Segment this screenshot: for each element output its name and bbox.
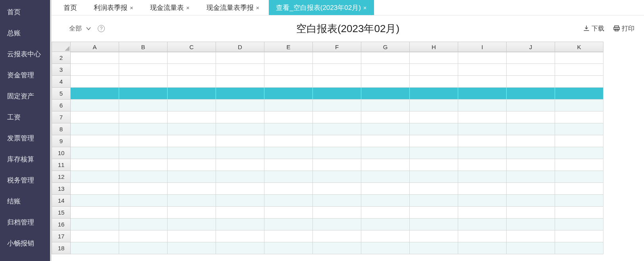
cell-E18[interactable] — [264, 242, 313, 254]
sidebar-item-7[interactable]: 库存核算 — [0, 149, 52, 170]
cell-D10[interactable] — [216, 147, 264, 159]
cell-E3[interactable] — [264, 64, 313, 76]
cell-F8[interactable] — [313, 123, 361, 135]
cell-I13[interactable] — [458, 183, 507, 195]
download-button[interactable]: 下载 — [583, 25, 604, 33]
cell-I3[interactable] — [458, 64, 507, 76]
cell-G17[interactable] — [361, 230, 410, 242]
row-header-17[interactable]: 17 — [52, 230, 71, 242]
cell-K8[interactable] — [555, 123, 604, 135]
cell-A17[interactable] — [71, 230, 119, 242]
cell-J18[interactable] — [507, 242, 555, 254]
cell-J6[interactable] — [507, 100, 555, 111]
cell-F11[interactable] — [313, 159, 361, 171]
cell-A4[interactable] — [71, 76, 119, 88]
cell-J3[interactable] — [507, 64, 555, 76]
cell-H11[interactable] — [410, 159, 458, 171]
close-icon[interactable]: × — [186, 4, 190, 11]
cell-D3[interactable] — [216, 64, 264, 76]
tab-4[interactable]: 查看_空白报表(2023年02月)× — [269, 0, 374, 15]
print-button[interactable]: 打印 — [613, 25, 634, 33]
sidebar-item-0[interactable]: 首页 — [0, 2, 52, 23]
cell-H3[interactable] — [410, 64, 458, 76]
cell-G14[interactable] — [361, 195, 410, 207]
cell-B2[interactable] — [119, 52, 168, 64]
cell-J17[interactable] — [507, 230, 555, 242]
sidebar-item-6[interactable]: 发票管理 — [0, 128, 52, 149]
cell-F13[interactable] — [313, 183, 361, 195]
cell-B4[interactable] — [119, 76, 168, 88]
spreadsheet[interactable]: ABCDEFGHIJK 23456789101112131415161718 — [52, 42, 644, 261]
cell-A6[interactable] — [71, 100, 119, 111]
cell-C16[interactable] — [168, 219, 216, 230]
close-icon[interactable]: × — [363, 4, 367, 11]
sidebar-item-8[interactable]: 税务管理 — [0, 170, 52, 191]
cell-B13[interactable] — [119, 183, 168, 195]
cell-J15[interactable] — [507, 207, 555, 219]
sidebar-item-9[interactable]: 结账 — [0, 191, 52, 212]
cell-F15[interactable] — [313, 207, 361, 219]
cell-C10[interactable] — [168, 147, 216, 159]
cell-C9[interactable] — [168, 135, 216, 147]
cell-H6[interactable] — [410, 100, 458, 111]
cell-K6[interactable] — [555, 100, 604, 111]
close-icon[interactable]: × — [256, 4, 260, 11]
cell-A15[interactable] — [71, 207, 119, 219]
cell-K7[interactable] — [555, 111, 604, 123]
cell-K10[interactable] — [555, 147, 604, 159]
cell-E14[interactable] — [264, 195, 313, 207]
column-header-E[interactable]: E — [264, 42, 313, 52]
cell-B17[interactable] — [119, 230, 168, 242]
cell-D15[interactable] — [216, 207, 264, 219]
cell-A14[interactable] — [71, 195, 119, 207]
cell-K3[interactable] — [555, 64, 604, 76]
cell-A7[interactable] — [71, 111, 119, 123]
cell-H9[interactable] — [410, 135, 458, 147]
cell-H10[interactable] — [410, 147, 458, 159]
row-header-8[interactable]: 8 — [52, 123, 71, 135]
cell-J5[interactable] — [507, 88, 555, 100]
cell-J13[interactable] — [507, 183, 555, 195]
row-header-5[interactable]: 5 — [52, 88, 71, 100]
cell-grid[interactable] — [71, 52, 604, 254]
tab-3[interactable]: 现金流量表季报× — [206, 0, 260, 15]
cell-G3[interactable] — [361, 64, 410, 76]
cell-G6[interactable] — [361, 100, 410, 111]
cell-C8[interactable] — [168, 123, 216, 135]
cell-H8[interactable] — [410, 123, 458, 135]
row-header-10[interactable]: 10 — [52, 147, 71, 159]
sidebar-item-3[interactable]: 资金管理 — [0, 65, 52, 86]
row-header-6[interactable]: 6 — [52, 100, 71, 111]
cell-K16[interactable] — [555, 219, 604, 230]
filter-label[interactable]: 全部 — [69, 25, 82, 33]
close-icon[interactable]: × — [130, 4, 133, 11]
row-header-16[interactable]: 16 — [52, 219, 71, 230]
cell-C17[interactable] — [168, 230, 216, 242]
cell-C6[interactable] — [168, 100, 216, 111]
sidebar-item-11[interactable]: 小畅报销 — [0, 233, 52, 254]
tab-1[interactable]: 利润表季报× — [94, 0, 133, 15]
cell-I2[interactable] — [458, 52, 507, 64]
cell-D17[interactable] — [216, 230, 264, 242]
cell-G13[interactable] — [361, 183, 410, 195]
cell-E17[interactable] — [264, 230, 313, 242]
row-header-4[interactable]: 4 — [52, 76, 71, 88]
cell-K12[interactable] — [555, 171, 604, 183]
cell-A13[interactable] — [71, 183, 119, 195]
cell-I12[interactable] — [458, 171, 507, 183]
cell-A8[interactable] — [71, 123, 119, 135]
cell-I10[interactable] — [458, 147, 507, 159]
row-header-9[interactable]: 9 — [52, 135, 71, 147]
cell-K4[interactable] — [555, 76, 604, 88]
cell-C13[interactable] — [168, 183, 216, 195]
cell-H16[interactable] — [410, 219, 458, 230]
cell-J4[interactable] — [507, 76, 555, 88]
cell-C3[interactable] — [168, 64, 216, 76]
cell-I17[interactable] — [458, 230, 507, 242]
cell-A10[interactable] — [71, 147, 119, 159]
cell-D7[interactable] — [216, 111, 264, 123]
cell-F9[interactable] — [313, 135, 361, 147]
cell-G18[interactable] — [361, 242, 410, 254]
cell-J16[interactable] — [507, 219, 555, 230]
cell-B5[interactable] — [119, 88, 168, 100]
